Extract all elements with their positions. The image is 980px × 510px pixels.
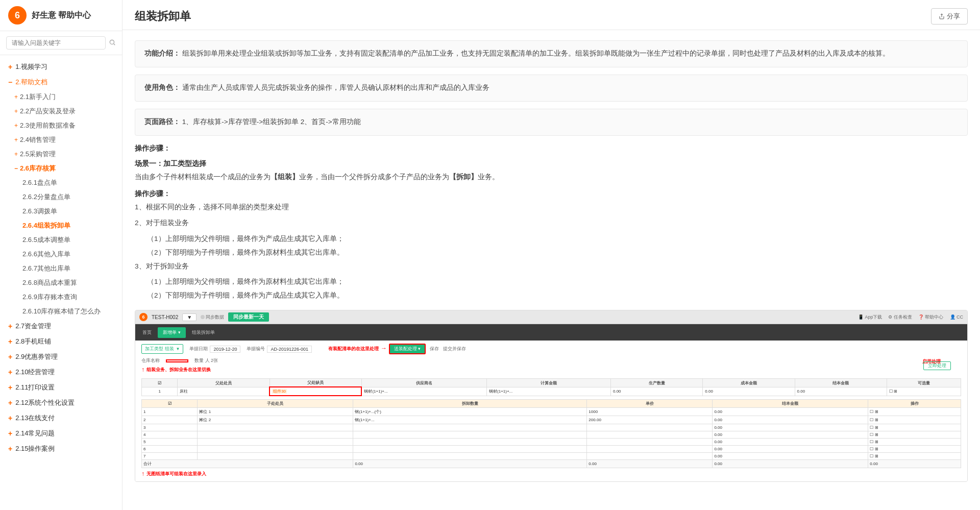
col-5: 生产数量 [610, 379, 702, 387]
mini-sub-table: ☑ 子处处员 拆卸数量 单价 结本金额 操作 1 [141, 399, 961, 468]
search-button[interactable] [109, 39, 116, 47]
sidebar-section-label: 2.7资金管理 [15, 322, 51, 331]
path-text: 1、库存核算->库存管理->组装拆卸单 2、首页->常用功能 [182, 118, 361, 126]
sub-table-row: 7 0.00 ☐ ⊞ [142, 453, 961, 460]
sub-col-1: 子处处员 [198, 400, 353, 408]
col-check: ☑ [142, 379, 178, 387]
plus-icon: + [14, 136, 18, 143]
plus-icon: + [8, 429, 12, 438]
mini-submit-btn: 提交并保存 [443, 346, 466, 351]
col-2: 父处缺员 [270, 379, 361, 387]
sidebar-section-label: 2.12系统个性化设置 [15, 398, 75, 407]
sidebar-item-install[interactable]: + 2.2产品安装及登录 [14, 104, 122, 118]
sidebar-item-personalize[interactable]: + 2.12系统个性化设置 [0, 395, 122, 410]
nav-children-26: 2.6.1盘点单 2.6.2分量盘点单 2.6.3调拨单 2.6.4组装拆卸单 … [14, 176, 122, 319]
sidebar-item-stock-ledger[interactable]: 2.6.9库存账本查询 [22, 290, 122, 304]
col-6: 成本金额 [703, 379, 795, 387]
sidebar-item-inventory[interactable]: − 2.6库存核算 [14, 161, 122, 176]
plus-icon: + [14, 93, 18, 101]
sidebar-item-purchase[interactable]: + 2.5采购管理 [14, 147, 122, 161]
sidebar-item-help-docs[interactable]: − 2.帮助文档 [0, 75, 122, 90]
plus-icon: + [14, 108, 18, 115]
sidebar-item-print[interactable]: + 2.11打印设置 [0, 380, 122, 395]
path-label: 页面路径： [144, 118, 180, 126]
mini-nav-home: 首页 [137, 327, 157, 338]
mini-count-label: 数量 人 2张 [194, 357, 218, 364]
sidebar-item-inventory-check[interactable]: 2.6.1盘点单 [22, 176, 122, 190]
mini-user: 👤 CC [950, 314, 964, 320]
mini-top-right: 📱 App下载 ⚙ 任务检查 ❓ 帮助中心 👤 CC [858, 314, 963, 321]
path-block: 页面路径： 1、库存核算->库存管理->组装拆卸单 2、首页->常用功能 [135, 109, 968, 136]
sub-col-2: 拆卸数量 [353, 400, 587, 408]
arrow-icon-1: → [381, 345, 387, 352]
nav-tree: + 1.视频学习 − 2.帮助文档 + 2.1新手入门 + 2.2产品安装及登录… [0, 55, 122, 510]
mini-navbar: 首页 新增单 ▾ 组装拆卸单 [135, 324, 967, 341]
share-button[interactable]: 分享 [931, 8, 968, 25]
mini-date-value: 2019-12-20 [210, 346, 240, 353]
sidebar-item-other-out[interactable]: 2.6.7其他出库单 [22, 261, 122, 276]
sub-table-row: 3 0.00 ☐ ⊞ [142, 424, 961, 431]
sidebar-item-transfer[interactable]: 2.6.3调拨单 [22, 204, 122, 218]
intro-text: 组装拆卸单用来处理企业组装或拆卸等加工业务，支持有固定装配清单的产品加工业务，也… [182, 50, 890, 57]
plus-icon: + [8, 414, 12, 422]
sidebar-item-cost-adjust[interactable]: 2.6.5成本调整单 [22, 233, 122, 247]
mini-data-table: ☑ 父处处员 父处缺员 供应商名 计算金额 生产数量 成本金额 结本金额 可选量 [141, 378, 961, 396]
annotation-1: 有装配清单的在这里处理 [328, 346, 379, 351]
sidebar-item-assembly[interactable]: 2.6.4组装拆卸单 [22, 218, 122, 233]
sidebar-section-label: 2.14常见问题 [15, 429, 55, 438]
sidebar-item-data-prep[interactable]: + 2.3使用前数据准备 [14, 118, 122, 133]
share-label: 分享 [947, 12, 960, 21]
sidebar-item-partial-check[interactable]: 2.6.2分量盘点单 [22, 190, 122, 204]
sidebar-item-faq[interactable]: + 2.14常见问题 [0, 426, 122, 441]
scenario1-heading: 场景一：加工类型选择 [135, 159, 968, 168]
mini-nav-new: 新增单 ▾ [158, 327, 186, 338]
steps-heading: 操作步骤： [135, 144, 968, 153]
sidebar-item-finance[interactable]: + 2.7资金管理 [0, 319, 122, 334]
mini-status: 同步数据 [206, 314, 224, 321]
sub-col-5: 操作 [868, 400, 961, 408]
col-1: 父处处员 [178, 379, 270, 387]
sidebar-item-sales[interactable]: + 2.4销售管理 [14, 133, 122, 147]
sidebar-item-mobile[interactable]: + 2.8手机旺铺 [0, 334, 122, 349]
step-3-sub-1: （1）上部明细为父件明细，最终作为原材料生成其它出库单； [135, 276, 968, 288]
sidebar-item-beginner[interactable]: + 2.1新手入门 [14, 90, 122, 104]
annotation-zone-2: ↑ 组装业务、拆卸业务在这里切换 [141, 366, 961, 373]
content-area: 组装拆卸单 分享 功能介绍： 组装拆卸单用来处理企业组装或拆卸等加工业务，支持有… [122, 0, 980, 510]
sub-col-4: 结本金额 [713, 400, 868, 408]
minus-icon: − [8, 78, 12, 86]
sidebar-item-cases[interactable]: + 2.15操作案例 [0, 441, 122, 456]
sidebar-section-label: 2.10经营管理 [15, 368, 55, 377]
table-row: 1 床柱 组件30 钢材(1+1)+... 钢材(1+1)+... 0.00 0… [142, 387, 961, 396]
sidebar-header: 6 好生意 帮助中心 [0, 0, 122, 31]
main-content: 组装拆卸单 分享 功能介绍： 组装拆卸单用来处理企业组装或拆卸等加工业务，支持有… [122, 0, 980, 510]
minus-icon: − [14, 165, 18, 172]
mini-warehouse-row: 仓库名称 数量 人 2张 启用处理 立即处理 [141, 357, 961, 364]
step-3: 3、对于拆卸业务 [135, 261, 968, 273]
search-input[interactable] [6, 36, 106, 50]
arrow-icon-2: ↑ [141, 366, 144, 373]
sidebar-item-video[interactable]: + 1.视频学习 [0, 59, 122, 75]
mini-green-btn: 同步最新一天 [228, 312, 269, 322]
sub-col-3: 单价 [587, 400, 713, 408]
mini-help-center: ❓ 帮助中心 [918, 314, 944, 321]
mini-form: 加工类型 组装 ▼ 单据日期 2019-12-20 单据编号 AD-201912… [135, 341, 967, 376]
sidebar-item-cost-recalc[interactable]: 2.6.8商品成本重算 [22, 276, 122, 290]
sidebar-item-coupon[interactable]: + 2.9优惠券管理 [0, 349, 122, 365]
sidebar-item-payment[interactable]: + 2.13在线支付 [0, 410, 122, 426]
scenario1-desc: 当由多个子件材料组装成一个成品的业务为【组装】业务，当由一个父件拆分成多个子产品… [135, 172, 968, 183]
mini-annotation-zone: 有装配清单的在这里处理 → 送装配处理 ▾ 保存 提交并保存 [328, 344, 466, 354]
sidebar-item-other-in[interactable]: 2.6.6其他入库单 [22, 247, 122, 261]
sidebar-item-stock-fix[interactable]: 2.6.10库存账本错了怎么办 [22, 304, 122, 319]
sidebar-section-label: 1.视频学习 [15, 62, 47, 71]
plus-icon: + [8, 353, 12, 361]
mini-order-value: AD-20191226-001 [267, 346, 312, 353]
plus-icon: + [14, 151, 18, 158]
mini-warehouse-label: 仓库名称 [141, 357, 160, 364]
step-2: 2、对于组装业务 [135, 217, 968, 229]
sidebar-item-ops[interactable]: + 2.10经营管理 [0, 365, 122, 380]
col-8: 可选量 [887, 379, 961, 387]
page-content: 功能介绍： 组装拆卸单用来处理企业组装或拆卸等加工业务，支持有固定装配清单的产品… [122, 30, 980, 492]
page-header: 组装拆卸单 分享 [122, 0, 980, 30]
table-footer: 合计 0.00 0.00 0.00 0.00 [142, 460, 961, 468]
intro-block: 功能介绍： 组装拆卸单用来处理企业组装或拆卸等加工业务，支持有固定装配清单的产品… [135, 40, 968, 67]
